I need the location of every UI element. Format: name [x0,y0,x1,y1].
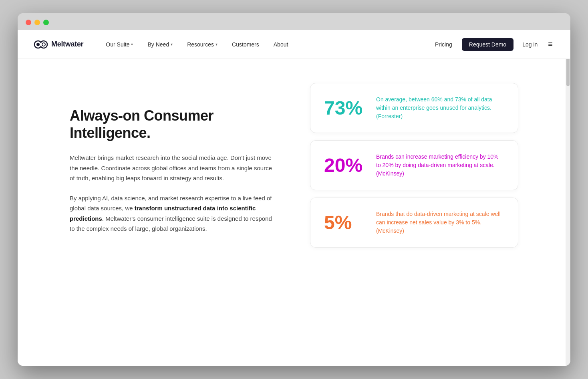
browser-chrome [18,13,570,30]
nav-item-about[interactable]: About [267,38,295,51]
nav-right: Pricing Request Demo Log in ≡ [429,38,554,51]
browser-scrollbar[interactable] [566,30,570,366]
hero-body-1: Meltwater brings market research into th… [70,153,278,183]
browser-window: Meltwater Our Suite ▾ By Need ▾ Resource… [18,13,570,366]
main-content: Always-on Consumer Intelligence. Meltwat… [18,59,570,366]
right-column: 73% On average, between 60% and 73% of a… [310,83,518,248]
nav-item-our-suite[interactable]: Our Suite ▾ [99,38,139,51]
hamburger-icon[interactable]: ≡ [546,38,554,50]
nav-main: Our Suite ▾ By Need ▾ Resources ▾ Custom… [99,38,429,51]
nav-item-pricing[interactable]: Pricing [429,38,459,51]
login-button[interactable]: Log in [517,38,543,51]
stat-card-20: 20% Brands can increase marketing effici… [310,140,518,190]
hero-title: Always-on Consumer Intelligence. [70,107,278,141]
request-demo-button[interactable]: Request Demo [462,38,513,51]
stat-desc-73: On average, between 60% and 73% of all d… [376,95,504,121]
stat-desc-20: Brands can increase marketing efficiency… [376,153,504,178]
svg-point-1 [42,43,45,46]
stat-number-73: 73% [324,99,364,118]
stat-desc-5: Brands that do data-driven marketing at … [376,210,504,235]
browser-dots [26,20,562,25]
logo-icon [34,40,48,49]
logo-text: Meltwater [51,40,83,48]
dot-close[interactable] [26,20,31,25]
stat-number-5: 5% [324,213,364,232]
browser-content: Meltwater Our Suite ▾ By Need ▾ Resource… [18,30,570,366]
dot-minimize[interactable] [34,20,40,25]
nav-item-resources[interactable]: Resources ▾ [181,38,224,51]
svg-point-0 [36,43,40,46]
hero-body-2: By applying AI, data science, and market… [70,193,278,234]
chevron-down-icon: ▾ [131,42,133,46]
chevron-down-icon: ▾ [215,42,217,46]
page-inner: Always-on Consumer Intelligence. Meltwat… [38,59,550,280]
nav-item-customers[interactable]: Customers [226,38,266,51]
stat-card-73: 73% On average, between 60% and 73% of a… [310,83,518,133]
nav-item-by-need[interactable]: By Need ▾ [141,38,179,51]
stat-number-20: 20% [324,156,364,175]
chevron-down-icon: ▾ [171,42,173,46]
logo[interactable]: Meltwater [34,40,83,49]
navbar: Meltwater Our Suite ▾ By Need ▾ Resource… [18,30,570,59]
stat-card-5: 5% Brands that do data-driven marketing … [310,198,518,248]
dot-maximize[interactable] [43,20,49,25]
left-column: Always-on Consumer Intelligence. Meltwat… [70,83,278,244]
